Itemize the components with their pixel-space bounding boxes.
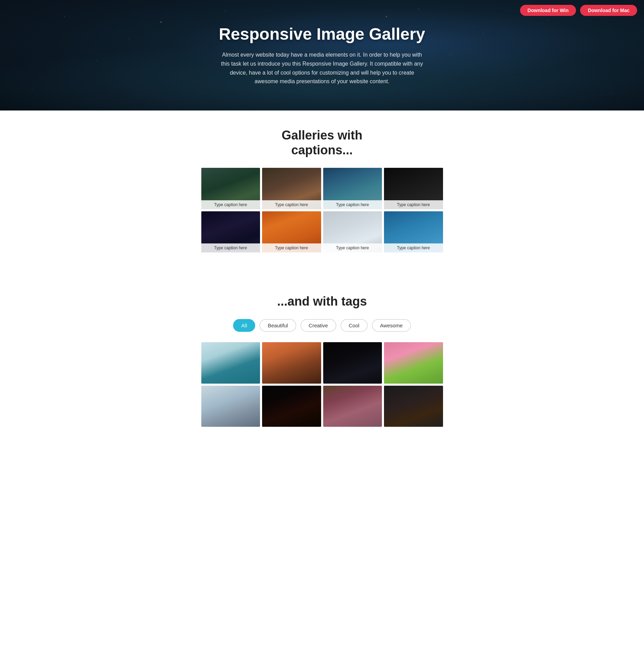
image-caption: Type caption here <box>323 200 382 209</box>
gallery-item[interactable]: Type caption here <box>384 211 443 252</box>
tag-filter-bar: AllBeautifulCreativeCoolAwesome <box>7 319 637 332</box>
gallery-image <box>262 342 321 383</box>
image-caption: Type caption here <box>384 243 443 252</box>
image-caption: Type caption here <box>384 200 443 209</box>
section-tags: ...and with tags AllBeautifulCreativeCoo… <box>0 277 644 451</box>
gallery-item[interactable]: Type caption here <box>262 168 321 209</box>
gallery-item[interactable] <box>323 342 382 383</box>
image-caption: Type caption here <box>201 200 260 209</box>
gallery-image <box>201 342 260 383</box>
download-mac-button[interactable]: Download for Mac <box>580 5 637 16</box>
image-caption: Type caption here <box>323 243 382 252</box>
gallery-item[interactable] <box>201 342 260 383</box>
gallery-item[interactable]: Type caption here <box>201 211 260 252</box>
page-title: Responsive Image Gallery <box>219 25 426 44</box>
section-tags-title: ...and with tags <box>7 294 637 309</box>
gallery-image <box>323 342 382 383</box>
gallery-tags-grid <box>201 342 443 427</box>
section-captions: Galleries withcaptions... Type caption h… <box>0 110 644 277</box>
header-description: Almost every website today have a media … <box>219 50 426 86</box>
gallery-item[interactable]: Type caption here <box>384 168 443 209</box>
tag-filter-button[interactable]: Creative <box>300 319 336 332</box>
gallery-item[interactable] <box>384 386 443 427</box>
gallery-item[interactable]: Type caption here <box>323 168 382 209</box>
tag-filter-button[interactable]: Beautiful <box>259 319 296 332</box>
image-caption: Type caption here <box>262 243 321 252</box>
tag-filter-button[interactable]: All <box>233 319 256 332</box>
gallery-item[interactable] <box>201 386 260 427</box>
gallery-image <box>384 386 443 427</box>
gallery-item[interactable] <box>323 386 382 427</box>
section-captions-title: Galleries withcaptions... <box>7 128 637 157</box>
image-caption: Type caption here <box>262 200 321 209</box>
tag-filter-button[interactable]: Cool <box>340 319 368 332</box>
gallery-item[interactable] <box>262 386 321 427</box>
gallery-item[interactable]: Type caption here <box>323 211 382 252</box>
gallery-item[interactable] <box>262 342 321 383</box>
gallery-image <box>384 342 443 383</box>
gallery-image <box>201 386 260 427</box>
gallery-image <box>323 386 382 427</box>
download-win-button[interactable]: Download for Win <box>520 5 576 16</box>
gallery-item[interactable]: Type caption here <box>201 168 260 209</box>
gallery-captions-grid: Type caption here Type caption here Type… <box>201 168 443 252</box>
tag-filter-button[interactable]: Awesome <box>372 319 411 332</box>
gallery-item[interactable]: Type caption here <box>262 211 321 252</box>
page-header: Download for Win Download for Mac Respon… <box>0 0 644 110</box>
image-caption: Type caption here <box>201 243 260 252</box>
gallery-item[interactable] <box>384 342 443 383</box>
gallery-image <box>262 386 321 427</box>
header-content: Responsive Image Gallery Almost every we… <box>219 25 426 86</box>
nav-buttons: Download for Win Download for Mac <box>520 5 637 16</box>
